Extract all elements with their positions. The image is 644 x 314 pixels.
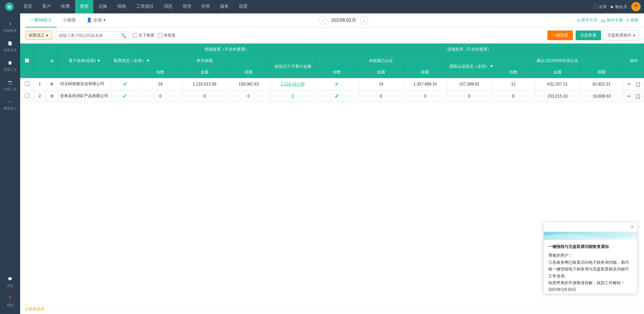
th-company: 客户名称(全部) ▼ <box>58 44 112 78</box>
wupan-qupiao-button[interactable]: 无盘取票 <box>576 30 601 40</box>
employee-select-chevron: ▾ <box>46 33 48 38</box>
td-tax1-1: 0 <box>227 90 271 102</box>
sidebar-label: 票据汇总 <box>3 68 17 72</box>
view-icon-1[interactable]: 📋 <box>634 93 642 100</box>
manual-button[interactable]: 📖 操作手册 <box>601 17 623 23</box>
th-leiji: 连续12个月累计金额 <box>271 55 315 78</box>
td-amount1-0: 1,216,013.99 <box>182 78 227 90</box>
sidebar-bottom-item-帮助[interactable]: ❓帮助 <box>0 291 20 311</box>
youshuipan-checkbox[interactable] <box>158 33 162 38</box>
view-icon-0[interactable]: 📋 <box>634 81 642 87</box>
th-pcs2: 份数 <box>315 67 359 78</box>
sidebar-label: 发票开具 <box>3 48 17 52</box>
tab-all-icon: 👤 <box>87 17 92 22</box>
td-ops-1: ✏ 📋 <box>624 90 644 102</box>
nav-item-管理[interactable]: 管理 <box>178 0 196 13</box>
sidebar-bottom: 💬消息❓帮助 <box>0 272 20 314</box>
td-company-1: 灵寿县尚泽矿产品有限公司 <box>58 90 112 102</box>
th-amount2: 金额 <box>359 67 403 78</box>
sidebar-item-扫描上传[interactable]: 📷扫描上传 <box>0 75 20 95</box>
nav-item-消息[interactable]: 消息 <box>159 0 177 13</box>
user-avatar[interactable]: 🐯 <box>631 2 641 11</box>
tab-small-scale[interactable]: 小规模 <box>58 13 80 27</box>
notification-header: ✕ <box>544 222 637 232</box>
th-yirenzheng: 本税期已认证 <box>315 55 447 67</box>
employee-select[interactable]: 全部员工 ▾ <box>25 31 52 40</box>
nav-item-工商项目[interactable]: 工商项目 <box>131 0 158 13</box>
nav-item-首页[interactable]: 首页 <box>19 0 37 13</box>
td-checkbox-1 <box>20 90 34 102</box>
nav-right: ⛶ 全屏 ▶ 畅会员 🐯 <box>593 2 641 11</box>
nav-item-经营[interactable]: 经营 <box>197 0 215 13</box>
bottom-bar: ℹ 税务政策 <box>20 304 644 314</box>
main-table: ⚙ 客户名称(全部) ▼ 取票状态（全部）▼ 销项发票（不含作废票） 进项发票（… <box>20 44 644 102</box>
tab-all[interactable]: 👤 全能 ▾ <box>82 13 110 27</box>
nav-item-客户[interactable]: 客户 <box>38 0 56 13</box>
sidebar-item-票据汇总[interactable]: 📋票据汇总 <box>0 56 20 75</box>
th-tax2: 税额 <box>403 67 447 78</box>
edit-icon-0[interactable]: ✏ <box>626 81 633 87</box>
td-amount2-1: 0 <box>403 90 447 102</box>
member-button[interactable]: ▶ 畅会员 <box>611 4 627 10</box>
notification-close-button[interactable]: ✕ <box>630 224 634 230</box>
td-cum-1[interactable]: 0 <box>271 90 315 102</box>
td-checkbox-0 <box>20 78 34 90</box>
td-pcs3-1: 6 <box>491 90 536 102</box>
td-cert-0: ✔ <box>315 78 359 90</box>
youshuipan-checkbox-label[interactable]: 有税盘 <box>158 33 176 38</box>
td-amount1-1: 0 <box>182 90 227 102</box>
zhanghao-checkbox-label[interactable]: 名下账套 <box>133 33 155 38</box>
notification-lines: 尊敬的用户：江苏政务网已恢复访问电子税务局功能，易代账一键登陆电子税务局与无盘取… <box>548 252 632 293</box>
employee-select-value: 全部员工 <box>29 33 45 38</box>
sidebar-bottom-item-消息[interactable]: 💬消息 <box>0 272 20 291</box>
manual-label: 操作手册 <box>607 17 623 23</box>
month-next-button[interactable]: › <box>360 16 368 24</box>
edit-icon-1[interactable]: ✏ <box>626 93 633 100</box>
member-label: 畅会员 <box>615 4 627 10</box>
td-ops-0: ✏ 📋 <box>624 78 644 90</box>
notification-body: 一键报税与无盘取票功能恢复通知 尊敬的用户：江苏政务网已恢复访问电子税务局功能，… <box>544 240 637 294</box>
left-sidebar: ⬇智能取票📄发票开具📋票据汇总📷扫描上传✏票据录入 💬消息❓帮助 <box>0 13 20 314</box>
row-checkbox-0[interactable] <box>25 81 29 86</box>
wupan-ops-button[interactable]: 无盘取票操作 ▾ <box>604 30 639 41</box>
sidebar-item-票据录入[interactable]: ✏票据录入 <box>0 95 20 114</box>
notification-popup: ✕ 一键报税与无盘取票功能恢复通知 尊敬的用户：江苏政务网已恢复访问电子税务局功… <box>543 222 637 294</box>
nav-item-服务[interactable]: 服务 <box>215 0 233 13</box>
cert-check-icon-1: ✔ <box>335 93 339 99</box>
new-guide-button[interactable]: ◎ 新手引导 <box>577 17 597 23</box>
td-cum-0[interactable]: 1,216,013.99 <box>271 78 315 90</box>
td-pcs1-1: 0 <box>139 90 183 102</box>
nav-item-收费[interactable]: 收费 <box>56 0 74 13</box>
search-button[interactable]: 🔍 <box>121 33 126 38</box>
td-pcs2-1: 0 <box>359 90 403 102</box>
th-amount1: 金额 <box>182 67 227 78</box>
row-checkbox-1[interactable] <box>25 93 29 98</box>
sidebar-item-智能取票[interactable]: ⬇智能取票 <box>0 17 20 36</box>
sidebar-label: 票据录入 <box>3 107 17 111</box>
th-pcs1: 份数 <box>139 67 183 78</box>
td-tax2-1: 0 <box>447 90 491 102</box>
refresh-button[interactable]: ↻ 刷新 <box>626 17 639 23</box>
nav-item-票据[interactable]: 票据 <box>75 0 93 13</box>
fullscreen-button[interactable]: ⛶ 全屏 <box>593 4 607 10</box>
app-logo: 畅 <box>3 1 15 13</box>
td-tax3-0: 81,822.21 <box>580 78 624 90</box>
wupan-ops-chevron: ▾ <box>633 33 635 38</box>
search-input[interactable] <box>59 33 121 38</box>
month-prev-button[interactable]: ‹ <box>319 16 327 24</box>
notification-title: 一键报税与无盘取票功能恢复通知 <box>548 243 632 250</box>
zhanghao-checkbox[interactable] <box>133 33 137 38</box>
nav-item-记账[interactable]: 记账 <box>94 0 112 13</box>
nav-item-设置[interactable]: 设置 <box>234 0 252 13</box>
tab-all-label: 全能 <box>93 17 102 23</box>
yijian-qupiao-button[interactable]: 一键取票 <box>547 30 573 40</box>
notification-line: 江苏政务网已恢复访问电子税务局功能，易代账一键登陆电子税务局与无盘取票相关功能可… <box>548 259 632 279</box>
td-amount3-0: 631,337.21 <box>535 78 580 90</box>
tab-general-taxpayer[interactable]: 一般纳税人 <box>25 13 57 27</box>
sidebar-item-发票开具[interactable]: 📄发票开具 <box>0 36 20 56</box>
td-amount2-0: 1,357,999.10 <box>403 78 447 90</box>
policy-link[interactable]: 税务政策 <box>29 306 45 312</box>
select-all-checkbox[interactable] <box>25 58 29 63</box>
nav-item-报税[interactable]: 报税 <box>113 0 131 13</box>
sidebar-icon: 📋 <box>6 59 14 66</box>
